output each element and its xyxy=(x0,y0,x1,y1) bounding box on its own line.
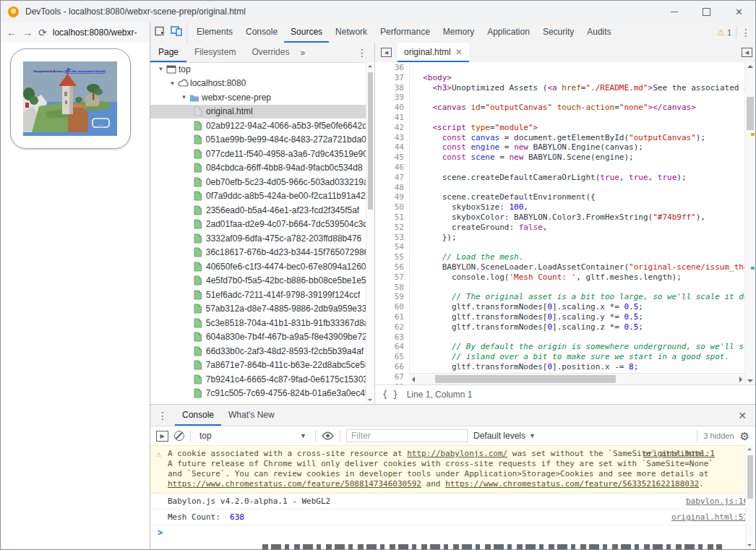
navigator-menu-icon[interactable]: ⋮ xyxy=(350,43,374,62)
tab-application[interactable]: Application xyxy=(481,22,536,43)
tree-item-asset[interactable]: 66d33b0c-2af3-48d2-8593-f2cb5b39a4af xyxy=(150,344,366,358)
tree-item-original-html[interactable]: original.html xyxy=(150,105,366,119)
tree-item-asset[interactable]: 2356ead0-b5a4-46e1-af23-fcd2f345f5af xyxy=(150,203,366,218)
tree-item-asset[interactable]: 40650fe6-c1f3-4474-bec0-67e8094a1260 xyxy=(150,259,366,274)
devtools-menu-icon[interactable]: ⋮ xyxy=(741,27,751,38)
editor-vertical-scrollbar[interactable] xyxy=(744,62,755,385)
tree-item-asset[interactable]: 36c18617-676b-4d23-b344-15f765072986 xyxy=(150,246,366,260)
warning-triangle-icon: ⚠ xyxy=(156,449,161,459)
tab-network[interactable]: Network xyxy=(329,22,374,43)
tree-item-asset[interactable]: 02ab9122-94a2-4066-a5b3-9f5e0fe6642d xyxy=(150,119,366,133)
hide-navigator-icon[interactable]: ◀ xyxy=(375,43,398,62)
scroll-up-icon[interactable] xyxy=(368,65,372,67)
editor-tab-original-html[interactable]: original.html ✕ xyxy=(398,43,469,62)
scroll-down-icon[interactable] xyxy=(747,379,753,382)
tree-item-asset[interactable]: 57ab312a-d8e7-4885-9886-2db9a959e33b xyxy=(150,302,366,317)
tree-item-host[interactable]: ▼ localhost:8080 xyxy=(150,77,366,91)
code-line-65: 65 // island over a bit to make sure we … xyxy=(375,352,745,362)
drawer-tab-bar: ⋮ ConsoleWhat's New ✕ xyxy=(150,405,755,426)
tab-elements[interactable]: Elements xyxy=(190,22,239,43)
reload-icon[interactable]: ⟳ xyxy=(38,27,47,38)
close-tab-icon[interactable]: ✕ xyxy=(455,47,463,57)
console-source-link[interactable]: original.html:1 xyxy=(643,449,715,459)
tab-security[interactable]: Security xyxy=(536,22,580,43)
tree-item-asset[interactable]: 3332af09-6dfa-475c-a782-203ffd88b476 xyxy=(150,231,366,246)
pretty-print-icon[interactable]: { } xyxy=(382,390,398,400)
close-drawer-icon[interactable]: ✕ xyxy=(729,405,755,426)
scroll-down-icon[interactable] xyxy=(747,544,752,546)
tree-item-asset[interactable]: 084cbdca-66ff-4bb8-94ad-9facb0c534d8 xyxy=(150,161,366,176)
scroll-down-icon[interactable] xyxy=(368,399,372,401)
tab-performance[interactable]: Performance xyxy=(374,22,437,43)
tab-memory[interactable]: Memory xyxy=(437,22,481,43)
filter-input[interactable]: Filter xyxy=(346,429,468,442)
file-icon-green xyxy=(194,121,206,131)
drawer-tab-what-s-new[interactable]: What's New xyxy=(221,405,282,426)
log-levels-select[interactable]: Default levels ▼ xyxy=(473,431,536,441)
error-warning-badge[interactable]: ⚠ 1 xyxy=(717,27,731,38)
tree-item-asset[interactable]: 077cde11-f540-4958-a3a6-7d9c43519e90 xyxy=(150,147,366,161)
navigator-tab-page[interactable]: Page xyxy=(150,43,186,62)
tree-item-asset[interactable]: 51ef6adc-7211-414f-9798-39199f124ccf xyxy=(150,288,366,302)
forward-icon[interactable]: → xyxy=(22,27,33,38)
tree-item-top[interactable]: ▼ top xyxy=(150,62,366,77)
tree-item-asset[interactable]: 5c3e8518-704a-41b1-831b-91fb33367d8a xyxy=(150,316,366,330)
scrollbar-thumb[interactable] xyxy=(435,375,616,383)
scrollbar-thumb[interactable] xyxy=(747,455,753,499)
divider xyxy=(697,430,697,442)
navigator-tab-overrides[interactable]: Overrides xyxy=(244,43,297,62)
close-button[interactable]: ✕ xyxy=(723,1,755,22)
drawer-menu-icon[interactable]: ⋮ xyxy=(150,405,175,426)
console-settings-gear-icon[interactable]: ⚙ xyxy=(740,431,749,442)
preview-article-link[interactable]: See the associated article xyxy=(66,69,105,73)
scrollbar-thumb[interactable] xyxy=(368,72,373,210)
clear-console-icon[interactable] xyxy=(174,431,184,441)
scroll-right-icon[interactable] xyxy=(739,377,742,382)
webgl-canvas-preview[interactable]: Unoptimized Assets (See the associated a… xyxy=(23,61,117,136)
tab-console[interactable]: Console xyxy=(239,22,284,43)
tree-item-asset[interactable]: 0f7a9ddc-a8b5-424a-be00-f2ca11b91a42 xyxy=(150,189,366,204)
expand-arrow-icon[interactable]: ▼ xyxy=(169,80,176,87)
tab-sources[interactable]: Sources xyxy=(284,22,329,43)
console-source-link[interactable]: babylon.js:16 xyxy=(686,497,748,506)
back-icon[interactable]: ← xyxy=(7,27,17,38)
tree-item-asset[interactable]: 7a8671e7-864b-411c-b63e-22d8abc5ce58 xyxy=(150,358,366,373)
tree-item-asset[interactable]: 0eb70efb-5c23-4d05-966c-503ad033219a xyxy=(150,175,366,189)
console-prompt[interactable]: > xyxy=(150,525,755,540)
expand-arrow-icon[interactable]: ▼ xyxy=(181,94,187,100)
execution-context-select[interactable]: top ▼ xyxy=(197,431,309,441)
expand-arrow-icon[interactable]: ▼ xyxy=(158,66,164,72)
minimize-button[interactable] xyxy=(658,1,690,22)
tab-audits[interactable]: Audits xyxy=(580,22,617,43)
inspect-element-icon[interactable] xyxy=(155,26,166,40)
tree-item-asset[interactable]: 051ae99b-9e99-484c-8483-272a721bda03 xyxy=(150,133,366,147)
tree-item-asset[interactable]: 2ad01faa-d2e9-4c07-b664-7dc539504c3d xyxy=(150,218,366,232)
device-toolbar-icon[interactable] xyxy=(171,26,182,39)
tree-item-asset[interactable]: 4e5fd7b0-f5a5-42bc-b886-bb08ce5be1e5 xyxy=(150,274,366,288)
eye-icon[interactable] xyxy=(322,431,334,440)
scroll-up-icon[interactable] xyxy=(747,448,752,450)
tree-item-folder[interactable]: ▼ webxr-scene-prep xyxy=(150,90,366,105)
show-debugger-icon[interactable]: ◀ xyxy=(736,43,755,62)
drawer-tab-console[interactable]: Console xyxy=(175,405,221,426)
editor-horizontal-scrollbar[interactable] xyxy=(409,373,745,385)
navigator-scrollbar[interactable] xyxy=(366,62,374,404)
scroll-left-icon[interactable] xyxy=(412,377,415,382)
warning-link[interactable]: http://babylonjs.com/ xyxy=(407,449,507,458)
line-number: 64 xyxy=(375,342,410,352)
more-tabs-icon[interactable]: » xyxy=(297,43,308,62)
scrollbar-thumb[interactable] xyxy=(747,97,754,130)
tree-item-asset[interactable]: 7c91c505-7c69-4756-824b-01a6e3a0ec45 xyxy=(150,387,366,401)
scroll-up-icon[interactable] xyxy=(747,65,753,68)
console-source-link[interactable]: original.html:57 xyxy=(671,512,748,522)
code-viewport[interactable]: 3637 <body>38 <h3>Unoptimized Assets (<a… xyxy=(375,62,755,385)
navigator-tab-filesystem[interactable]: Filesystem xyxy=(186,43,244,62)
warning-link[interactable]: https://www.chromestatus.com/feature/563… xyxy=(445,479,699,489)
console-scrollbar[interactable] xyxy=(745,445,755,549)
warning-link[interactable]: https://www.chromestatus.com/feature/508… xyxy=(168,479,421,489)
tree-item-asset[interactable]: 7b9241c4-6665-4c87-9fad-0e6175c15303 xyxy=(150,372,366,387)
maximize-button[interactable] xyxy=(690,1,723,22)
console-sidebar-icon[interactable]: ▶ xyxy=(156,431,168,442)
tree-item-asset[interactable]: 604a830e-7b4f-467b-a9a5-f8e43909be72 xyxy=(150,330,366,345)
address-bar[interactable]: localhost:8080/webxr- xyxy=(53,27,137,38)
